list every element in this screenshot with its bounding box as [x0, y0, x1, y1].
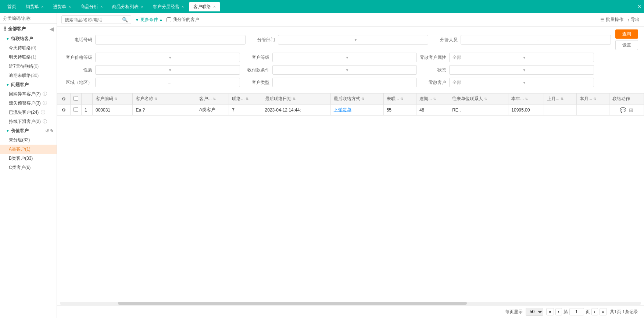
th-no-contact[interactable]: 未联... ⇅	[383, 93, 416, 105]
last-method-link[interactable]: 下销货单	[334, 107, 351, 112]
page-number-input[interactable]	[569, 308, 584, 315]
filter-search-input[interactable]	[65, 17, 120, 22]
nature-input[interactable]: ▼	[95, 65, 240, 75]
phone-input[interactable]	[95, 35, 246, 45]
sidebar-item-lost[interactable]: 已流失客户(24) ⓘ	[0, 108, 57, 117]
tab-purchase-close[interactable]: ×	[68, 4, 71, 9]
scrollbar-thumb[interactable]	[118, 302, 467, 305]
filter-bar-right: ☰ 批量操作 ↑ 导出	[600, 17, 640, 23]
tab-purchase[interactable]: 进货单 ×	[49, 2, 75, 11]
settings-button[interactable]: 设置	[615, 40, 638, 50]
last-page-button[interactable]: »	[600, 308, 607, 315]
page-size-select[interactable]: 50	[526, 308, 543, 316]
th-code[interactable]: 客户编码 ⇅	[93, 93, 133, 105]
td-no-contact: 55	[383, 105, 416, 116]
export-button[interactable]: ↑ 导出	[627, 17, 640, 23]
tab-goods-analysis-close[interactable]: ×	[100, 4, 103, 9]
more-conditions-button[interactable]: ▼ 更多条件 ▲	[135, 17, 163, 23]
sidebar-item-c-class[interactable]: C类客户(6)	[0, 163, 57, 172]
sidebar-item-overdue-contact[interactable]: 逾期未联络(30)	[0, 71, 57, 80]
tab-sales-close[interactable]: ×	[41, 4, 43, 9]
last-date: 2023-04-12 14:44:	[265, 107, 301, 113]
next-page-button[interactable]: ›	[591, 308, 598, 315]
sidebar-item-declining[interactable]: 持续下滑客户(2) ⓘ	[0, 117, 57, 126]
horizontal-scrollbar[interactable]	[57, 301, 644, 305]
th-gear[interactable]: ⚙	[57, 93, 71, 105]
sidebar-item-tomorrow-pending[interactable]: 明天待联络(1)	[0, 53, 57, 62]
tab-customer-layer[interactable]: 客户分层经营 ×	[149, 2, 188, 11]
th-last-date[interactable]: 最后联络日期 ⇅	[262, 93, 330, 105]
sidebar-item-a-class[interactable]: A类客户(1)	[0, 145, 57, 154]
sidebar-item-b-class[interactable]: B类客户(33)	[0, 154, 57, 163]
close-all-button[interactable]: ×	[638, 3, 641, 10]
th-last-month[interactable]: 上月... ⇅	[544, 93, 576, 105]
sidebar-item-today-pending[interactable]: 今天待联络(0)	[0, 43, 57, 53]
export-label: 导出	[631, 17, 640, 23]
edit-icon[interactable]: ✎	[50, 128, 54, 134]
sidebar-item-overdue-contact-label: 逾期未联络	[9, 73, 31, 78]
sidebar-search-input[interactable]	[3, 16, 57, 21]
th-name-label: 客户名称	[136, 96, 153, 102]
person-input[interactable]: ...	[461, 35, 611, 45]
td-name: Ea ?	[133, 105, 196, 116]
tab-customer-contact-close[interactable]: ×	[213, 4, 215, 9]
table-header-row: ⚙ 客户编码 ⇅ 客户名称	[57, 93, 644, 105]
sidebar-item-lost-warning[interactable]: 流失预警客户(3) ⓘ	[0, 99, 57, 108]
sidebar-all-customers-header[interactable]: ⠿ 全部客户 ◀	[0, 24, 57, 34]
tab-goods-analysis[interactable]: 商品分析 ×	[76, 2, 107, 11]
th-this-month[interactable]: 本月... ⇅	[577, 93, 609, 105]
th-no-contact-sort-icon: ⇅	[400, 97, 403, 101]
sidebar-item-unclassified[interactable]: 未分组(32)	[0, 135, 57, 145]
tab-customer-layer-close[interactable]: ×	[182, 4, 184, 9]
sidebar-item-repurchase-abnormal[interactable]: 回购异常客户(2) ⓘ	[0, 89, 57, 99]
th-last-method[interactable]: 最后联络方式 ⇅	[330, 93, 383, 105]
batch-ops-button[interactable]: ☰ 批量操作	[600, 17, 623, 23]
query-button[interactable]: 查询	[615, 29, 638, 39]
tab-customer-contact[interactable]: 客户联络 ×	[189, 2, 220, 11]
phone-label: 电话号码	[63, 37, 92, 43]
row-checkbox[interactable]	[74, 107, 78, 112]
th-contact[interactable]: 联络... ⇅	[229, 93, 262, 105]
region-input[interactable]: ...	[95, 78, 240, 87]
row-number: 1	[85, 107, 87, 113]
dept-input[interactable]: ▼	[278, 35, 428, 45]
select-all-checkbox[interactable]	[74, 96, 78, 101]
prev-page-button[interactable]: ‹	[555, 308, 562, 315]
my-customers-checkbox[interactable]: 我分管的客户	[167, 17, 199, 23]
message-action-icon[interactable]: 💬	[620, 107, 626, 113]
customer-level-input[interactable]: ▼	[272, 53, 417, 62]
qr-action-icon[interactable]: ⊞	[629, 107, 633, 113]
status-input[interactable]: ▼	[449, 65, 594, 75]
refresh-icon[interactable]: ↺	[45, 128, 49, 134]
filter-search-box[interactable]: 🔍	[61, 15, 131, 24]
th-overdue[interactable]: 逾期... ⇅	[416, 93, 449, 105]
filter-search-icon[interactable]: 🔍	[122, 17, 128, 22]
tab-goods-analysis-list[interactable]: 商品分析列表 ×	[108, 2, 147, 11]
sidebar-group-problem[interactable]: ▼ 问题客户	[0, 80, 57, 89]
customer-level-arrow-icon: ▼	[346, 56, 414, 60]
customer-type-input[interactable]	[272, 78, 417, 87]
tab-goods-analysis-list-close[interactable]: ×	[141, 4, 143, 9]
tab-home[interactable]: 首页	[3, 2, 21, 11]
retail-attr-input[interactable]: 全部 ▼	[449, 53, 594, 62]
td-gear[interactable]: ⚙	[57, 105, 71, 116]
sidebar-collapse-icon[interactable]: ◀	[50, 26, 54, 32]
filter-cell-nature: 性质 ▼	[63, 65, 240, 75]
tab-sales[interactable]: 销货单 ×	[21, 2, 48, 11]
first-page-button[interactable]: «	[546, 308, 554, 315]
sidebar-group-value[interactable]: ▼ 价值客户 ↺ ✎	[0, 126, 57, 135]
th-type-label: 客户...	[199, 96, 212, 102]
tab-purchase-label: 进货单	[53, 4, 66, 10]
retail-customer-input[interactable]: 全部 ▼	[449, 78, 594, 87]
sidebar-group-pending[interactable]: ▼ 待联络客户	[0, 34, 57, 43]
retail-customer-label: 零散客户	[417, 80, 446, 86]
th-name[interactable]: 客户名称 ⇅	[133, 93, 196, 105]
sidebar-item-7day-pending[interactable]: 近7天待联络(0)	[0, 62, 57, 71]
price-level-input[interactable]: ▼	[95, 53, 240, 62]
payment-input[interactable]: ▼	[272, 65, 417, 75]
my-customers-check[interactable]	[167, 17, 171, 22]
th-unit-contact[interactable]: 往来单位联系人 ⇅	[449, 93, 508, 105]
th-this-year[interactable]: 本年... ⇅	[508, 93, 544, 105]
tab-customer-contact-label: 客户联络	[193, 4, 211, 10]
th-type[interactable]: 客户... ⇅	[196, 93, 229, 105]
